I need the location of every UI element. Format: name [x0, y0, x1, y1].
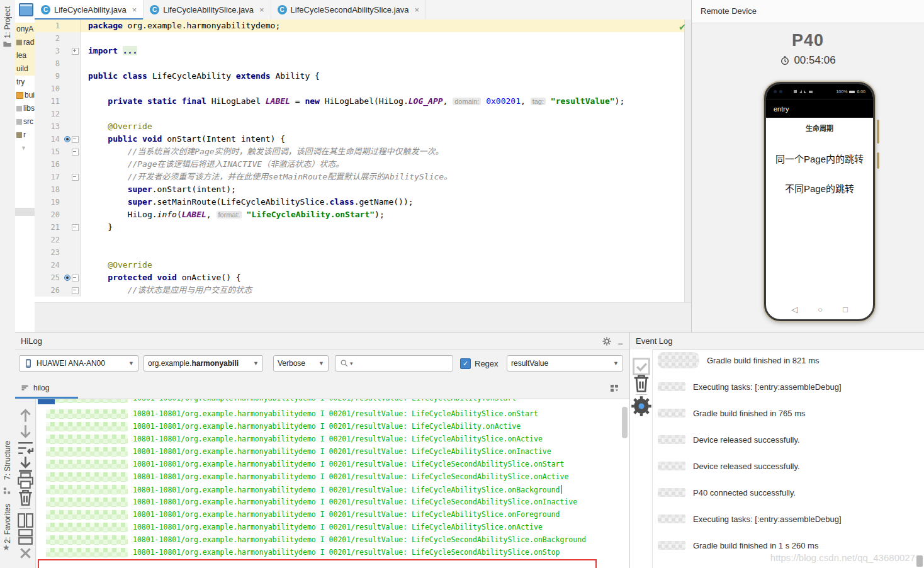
- code-line[interactable]: 24 @Override: [35, 259, 684, 271]
- log-filter-select[interactable]: resultValue ▼: [507, 355, 623, 372]
- hilog-settings-gear-icon[interactable]: [602, 336, 612, 346]
- code-line[interactable]: 8: [35, 57, 684, 70]
- gutter: [64, 145, 81, 158]
- code-line[interactable]: 2: [35, 32, 684, 45]
- fold-icon[interactable]: [72, 174, 79, 181]
- code-editor[interactable]: 1 package org.example.harmonyabilitydemo…: [35, 20, 684, 302]
- log-line[interactable]: 10801-10801/org.example.harmonyabilityde…: [37, 521, 629, 533]
- code-line[interactable]: 12: [35, 108, 684, 120]
- nav-recent-icon[interactable]: □: [843, 305, 848, 314]
- package-select[interactable]: org.example.harmonyabili ▼: [144, 355, 263, 372]
- fold-icon[interactable]: [72, 136, 79, 143]
- tab-close-icon[interactable]: ×: [414, 5, 419, 14]
- log-view[interactable]: 10801-10801/org.example.harmonyabilityde…: [37, 399, 629, 568]
- code-line[interactable]: 21 }: [35, 221, 684, 234]
- log-level-select[interactable]: Verbose ▼: [273, 355, 329, 372]
- code-line[interactable]: 11 private static final HiLogLabel LABEL…: [35, 95, 684, 108]
- tab-close-icon[interactable]: ×: [259, 5, 264, 14]
- log-line[interactable]: 10801-10801/org.example.harmonyabilityde…: [37, 458, 629, 470]
- log-line[interactable]: 10801-10801/org.example.harmonyabilityde…: [37, 445, 629, 458]
- log-line[interactable]: 10801-10801/org.example.harmonyabilityde…: [37, 533, 629, 546]
- log-line[interactable]: 10801-10801/org.example.harmonyabilityde…: [37, 496, 629, 508]
- same-page-jump-link[interactable]: 同一个Page内的跳转: [766, 152, 873, 165]
- fold-icon[interactable]: [72, 287, 79, 294]
- code-line[interactable]: 20 HiLog.info(LABEL, format: "LifeCycleA…: [35, 208, 684, 221]
- project-tree-item[interactable]: buil: [15, 89, 35, 102]
- project-tree-item[interactable]: libs: [15, 102, 35, 115]
- layout-blocks-icon[interactable]: [609, 383, 619, 393]
- event-log-entry[interactable]: Gradle build finished in 765 ms: [658, 406, 806, 420]
- log-scrollbar-thumb[interactable]: [622, 407, 628, 438]
- fold-icon[interactable]: [72, 149, 79, 156]
- tool-window-button-structure[interactable]: 7: Structure: [3, 441, 12, 480]
- event-log-entry[interactable]: Gradle build finished in 821 ms: [658, 353, 820, 367]
- project-scrollbar[interactable]: [15, 208, 35, 216]
- nav-home-icon[interactable]: ○: [818, 305, 823, 314]
- regex-option[interactable]: ✓ Regex: [460, 358, 499, 369]
- fold-icon[interactable]: [72, 275, 79, 281]
- close-icon[interactable]: [15, 545, 36, 561]
- code-line[interactable]: 15 //当系统首次创建Page实例时，触发该回调，该回调在其生命周期过程中仅触…: [35, 145, 684, 158]
- project-tree-item[interactable]: try: [15, 76, 35, 89]
- project-tree-item[interactable]: onyA: [15, 23, 35, 36]
- log-line[interactable]: 10801-10801/org.example.harmonyabilityde…: [37, 407, 629, 420]
- code-line[interactable]: 25 ↑ protected void onActive() {: [35, 271, 684, 284]
- code-line[interactable]: 9 public class LifeCycleAbility extends …: [35, 70, 684, 82]
- code-line[interactable]: 1 package org.example.harmonyabilitydemo…: [35, 20, 684, 32]
- event-log-entry[interactable]: Executing tasks: [:entry:assembleDebug]: [658, 380, 842, 394]
- different-page-jump-link[interactable]: 不同Page的跳转: [766, 181, 873, 195]
- editor-tab[interactable]: C LifeCycleAbilitySlice.java ×: [144, 0, 271, 20]
- hilog-minimize-icon[interactable]: −: [617, 335, 623, 352]
- log-line[interactable]: 10801-10801/org.example.harmonyabilityde…: [37, 433, 629, 445]
- event-log-entry[interactable]: Gradle build finished in 1 s 260 ms: [658, 538, 818, 552]
- code-line[interactable]: 13 @Override: [35, 120, 684, 133]
- event-log-entry[interactable]: Executing tasks: [:entry:assembleDebug]: [658, 512, 842, 526]
- fold-icon[interactable]: [72, 48, 79, 55]
- page-title: 生命周期: [766, 123, 873, 133]
- event-log-entry[interactable]: P40 connected successfully.: [658, 486, 796, 499]
- session-timer: 00:54:06: [692, 54, 924, 67]
- clear-all-icon[interactable]: [630, 375, 653, 391]
- code-line[interactable]: 17 //开发者必须重写该方法，并在此使用setMainRoute配置默认展示的…: [35, 171, 684, 183]
- tab-close-icon[interactable]: ×: [132, 5, 137, 14]
- tool-window-button-favorites[interactable]: 2: Favorites: [3, 504, 12, 543]
- tool-window-button-project[interactable]: 1: Project: [3, 6, 12, 38]
- event-log-entry[interactable]: Device released successfully.: [658, 433, 800, 446]
- device-select[interactable]: HUAWEI ANA-AN00 ▼: [19, 355, 138, 372]
- override-marker-icon[interactable]: [64, 136, 70, 142]
- event-log-entry[interactable]: Device released successfully.: [658, 459, 800, 473]
- regex-checkbox[interactable]: ✓: [460, 358, 471, 369]
- override-marker-icon[interactable]: [64, 275, 70, 281]
- project-tree-item[interactable]: radle: [15, 36, 35, 49]
- project-tree-item[interactable]: r: [15, 128, 35, 142]
- project-tree-item[interactable]: src: [15, 115, 35, 128]
- code-text: //当系统首次创建Page实例时，触发该回调，该回调在其生命周期过程中仅触发一次…: [81, 145, 444, 158]
- event-log-settings-icon[interactable]: [630, 398, 653, 414]
- log-line[interactable]: 10801-10801/org.example.harmonyabilityde…: [37, 420, 629, 433]
- editor-tab[interactable]: C LifeCycleSecondAbilitySlice.java ×: [271, 0, 426, 20]
- code-line[interactable]: 19 super.setMainRoute(LifeCycleAbilitySl…: [35, 196, 684, 208]
- log-search-input[interactable]: ▾: [335, 355, 453, 372]
- tree-expand-arrow-icon[interactable]: ▼: [15, 142, 35, 155]
- nav-back-icon[interactable]: ◁: [791, 305, 797, 314]
- log-line[interactable]: 10801-10801/org.example.harmonyabilityde…: [37, 508, 629, 521]
- project-tree-item[interactable]: lea: [15, 49, 35, 62]
- fold-icon[interactable]: [72, 224, 79, 231]
- editor-tab[interactable]: C LifeCycleAbility.java ×: [35, 0, 144, 20]
- log-line[interactable]: 10801-10801/org.example.harmonyabilityde…: [37, 483, 629, 496]
- code-line[interactable]: 26 //该状态是应用与用户交互的状态: [35, 284, 684, 297]
- code-line[interactable]: 3 import ...: [35, 45, 684, 57]
- tool-window-icon[interactable]: [19, 3, 33, 16]
- code-line[interactable]: 23: [35, 246, 684, 259]
- code-line[interactable]: 18 super.onStart(intent);: [35, 183, 684, 196]
- log-line[interactable]: 10801-10801/org.example.harmonyabilityde…: [37, 470, 629, 483]
- code-line[interactable]: 16 //Page在该逻辑后将进入INACTIVE（非激活状态）状态。: [35, 158, 684, 171]
- clear-log-icon[interactable]: [15, 489, 36, 505]
- code-line[interactable]: 14 ↑ public void onStart(Intent intent) …: [35, 133, 684, 145]
- code-line[interactable]: 22: [35, 234, 684, 246]
- log-line[interactable]: 10801-10801/org.example.harmonyabilityde…: [37, 546, 629, 559]
- project-tree-item[interactable]: uild: [15, 62, 35, 76]
- code-line[interactable]: 10: [35, 82, 684, 95]
- code-text: import ...: [81, 45, 137, 57]
- tab-hilog[interactable]: hilog: [20, 383, 49, 393]
